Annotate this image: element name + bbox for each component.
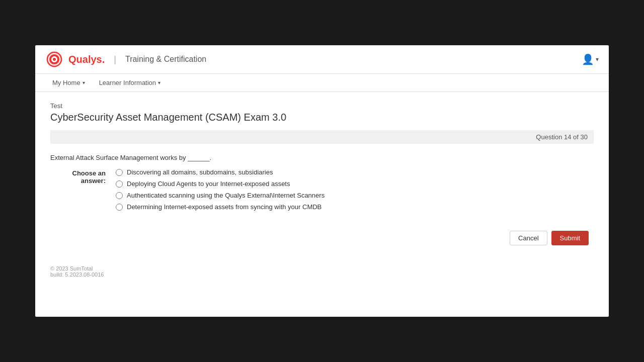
answer-option-3[interactable]: Authenticated scanning using the Qualys …: [116, 192, 325, 199]
footer-copyright: © 2023 SumTotal: [50, 265, 594, 272]
answer-option-2[interactable]: Deploying Cloud Agents to your Internet-…: [116, 180, 325, 188]
nav-my-home[interactable]: My Home ▾: [45, 74, 92, 92]
user-icon: 👤: [582, 53, 594, 65]
answer-radio-1[interactable]: [116, 169, 123, 176]
navigation: My Home ▾ Learner Information ▾: [35, 74, 609, 92]
question-text: External Attack Surface Management works…: [50, 154, 594, 161]
submit-button[interactable]: Submit: [551, 231, 589, 245]
qualys-logo-icon: [45, 50, 63, 68]
nav-learner-information-label: Learner Information: [99, 79, 156, 86]
footer: © 2023 SumTotal build: 5.2023.08-0016: [35, 255, 609, 285]
main-content: Test CyberSecurity Asset Management (CSA…: [35, 92, 609, 255]
answer-option-2-text: Deploying Cloud Agents to your Internet-…: [127, 180, 290, 188]
answer-option-1[interactable]: Discovering all domains, subdomains, sub…: [116, 168, 325, 176]
answer-radio-3[interactable]: [116, 192, 123, 199]
button-area: Cancel Submit: [50, 231, 594, 245]
question-progress-text: Question 14 of 30: [536, 133, 588, 141]
answer-options: Discovering all domains, subdomains, sub…: [116, 168, 325, 211]
answer-radio-2[interactable]: [116, 180, 123, 188]
nav-learner-information-chevron-icon: ▾: [158, 80, 160, 85]
footer-build: build: 5.2023.08-0016: [50, 272, 594, 278]
exam-title: CyberSecurity Asset Management (CSAM) Ex…: [50, 112, 594, 123]
header: Qualys. | Training & Certification 👤 ▾: [35, 45, 609, 74]
answer-section: Choose ananswer: Discovering all domains…: [55, 168, 594, 211]
answer-option-1-text: Discovering all domains, subdomains, sub…: [127, 168, 273, 176]
logo-subtitle: Training & Certification: [125, 55, 206, 64]
logo-area: Qualys. | Training & Certification: [45, 50, 206, 68]
nav-my-home-chevron-icon: ▾: [83, 80, 85, 85]
user-menu-button[interactable]: 👤 ▾: [582, 53, 599, 65]
logo-separator: |: [114, 54, 116, 65]
test-label: Test: [50, 102, 594, 110]
choose-answer-label: Choose ananswer:: [55, 168, 106, 211]
question-progress-bar: Question 14 of 30: [50, 130, 594, 144]
answer-radio-4[interactable]: [116, 204, 123, 211]
logo-brand: Qualys.: [68, 54, 105, 65]
nav-learner-information[interactable]: Learner Information ▾: [92, 74, 168, 92]
cancel-button[interactable]: Cancel: [510, 231, 547, 245]
svg-point-1: [53, 58, 56, 61]
user-menu-chevron-icon: ▾: [596, 56, 599, 63]
nav-my-home-label: My Home: [52, 79, 80, 86]
answer-option-4-text: Determining Internet-exposed assets from…: [127, 203, 321, 211]
answer-option-4[interactable]: Determining Internet-exposed assets from…: [116, 203, 325, 211]
answer-option-3-text: Authenticated scanning using the Qualys …: [127, 192, 325, 199]
